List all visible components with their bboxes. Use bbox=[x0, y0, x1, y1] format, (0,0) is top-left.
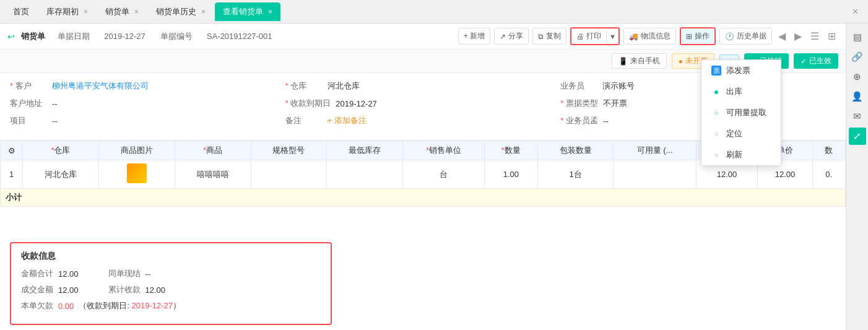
transaction-amount-value: 12.00 bbox=[58, 285, 79, 295]
tab-inventory[interactable]: 库存期初 × bbox=[38, 2, 96, 21]
dropdown-item-available[interactable]: ○ 可用量提取 bbox=[701, 102, 781, 123]
toolbar-right: + 新增 ↗ 分享 ⧉ 复制 🖨 打印 ▼ bbox=[458, 27, 838, 45]
tab-view-sales-label: 查看销货单 bbox=[223, 6, 263, 17]
dropdown-item-locate[interactable]: ○ 定位 bbox=[701, 123, 781, 144]
cumulative-payment-label: 累计收款 bbox=[108, 284, 141, 295]
history-button[interactable]: 🕐 历史单据 bbox=[719, 28, 772, 45]
address-label: 客户地址 bbox=[10, 98, 47, 109]
sidebar-icon-4[interactable]: 👤 bbox=[849, 88, 866, 105]
tab-sales-close[interactable]: × bbox=[134, 7, 139, 16]
tab-home[interactable]: 首页 bbox=[5, 2, 37, 21]
amount-header: 数 bbox=[812, 141, 845, 160]
dropdown-item-outbound[interactable]: ● 出库 bbox=[701, 81, 781, 102]
grid-view-icon[interactable]: ⊞ bbox=[825, 30, 838, 42]
main-toolbar: ↩ 销货单 单据日期 2019-12-27 单据编号 SA-20191227-0… bbox=[0, 24, 846, 50]
tab-sales-history-close[interactable]: × bbox=[201, 7, 206, 16]
number-value: SA-20191227-001 bbox=[207, 32, 272, 41]
operation-icon: ⊞ bbox=[686, 32, 692, 41]
transaction-amount-field: 成交金额 12.00 bbox=[21, 284, 79, 295]
payment-info-section: 收款信息 金额合计 12.00 同单现结 -- 成交金额 12.00 累计收款 bbox=[10, 242, 332, 325]
sidebar-icon-2[interactable]: 🔗 bbox=[849, 48, 866, 66]
doc-type-label: 销货单 bbox=[21, 31, 45, 42]
row-image bbox=[98, 160, 175, 189]
tab-inventory-close[interactable]: × bbox=[84, 7, 88, 16]
warehouse-value: 河北仓库 bbox=[328, 80, 360, 92]
locate-label: 定位 bbox=[726, 128, 742, 139]
row-pack-qty: 1台 bbox=[537, 160, 614, 189]
add-note-button[interactable]: 添加备注 bbox=[328, 115, 367, 126]
pack-qty-header: 包装数量 bbox=[537, 141, 614, 160]
due-date-note: （收款到期日: 2019-12-27） bbox=[79, 300, 181, 311]
nav-next-icon[interactable]: ▶ bbox=[792, 30, 804, 42]
project-value: -- bbox=[52, 116, 58, 126]
subtotal-label: 小计 bbox=[1, 189, 846, 207]
tab-sales[interactable]: 销货单 × bbox=[97, 2, 147, 21]
due-date-value: 2019-12-27 bbox=[132, 301, 173, 310]
print-button[interactable]: 🖨 打印 bbox=[571, 28, 606, 44]
share-icon: ↗ bbox=[500, 32, 506, 41]
nav-prev-icon[interactable]: ◀ bbox=[776, 30, 788, 42]
sidebar-icon-expand[interactable]: ⤢ bbox=[849, 128, 866, 145]
cumulative-payment-value: 12.00 bbox=[145, 285, 166, 295]
dropdown-item-refresh[interactable]: ○ 刷新 bbox=[701, 144, 781, 165]
payment-info-title: 收款信息 bbox=[21, 251, 321, 262]
tab-sales-history-label: 销货单历史 bbox=[156, 6, 196, 17]
effective-icon: ✓ bbox=[801, 57, 807, 66]
sidebar-icon-1[interactable]: ▤ bbox=[849, 28, 866, 46]
share-button[interactable]: ↗ 分享 bbox=[494, 28, 529, 45]
staff2-value: -- bbox=[603, 116, 609, 126]
payment-row-2: 成交金额 12.00 累计收款 12.00 bbox=[21, 284, 321, 295]
payment-row-1: 金额合计 12.00 同单现结 -- bbox=[21, 268, 321, 279]
row-amount: 0. bbox=[812, 160, 845, 189]
cumulative-payment-field: 累计收款 12.00 bbox=[108, 284, 166, 295]
payment-date-label: 收款到期日 bbox=[285, 98, 331, 109]
operation-button[interactable]: ⊞ 操作 bbox=[681, 28, 714, 44]
tab-sales-history[interactable]: 销货单历史 × bbox=[148, 2, 214, 21]
staff-value: 演示账号 bbox=[602, 80, 635, 92]
sidebar-icon-5[interactable]: ✉ bbox=[849, 108, 866, 125]
staff-field: 业务员 演示账号 bbox=[560, 80, 836, 92]
staff2-field: 业务员孟 -- bbox=[560, 115, 836, 126]
outbound-label: 出库 bbox=[726, 86, 742, 97]
customer-value[interactable]: 柳州粤港平安气体有限公司 bbox=[52, 80, 149, 92]
gear-header: ⚙ bbox=[1, 141, 23, 160]
customer-label: 客户 bbox=[10, 80, 47, 92]
invoice-type-value: 不开票 bbox=[603, 98, 627, 109]
new-button[interactable]: + 新增 bbox=[458, 28, 490, 45]
same-order-label: 同单现结 bbox=[108, 268, 141, 279]
from-phone-button[interactable]: 📱 来自手机 bbox=[612, 53, 667, 69]
list-view-icon[interactable]: ☰ bbox=[808, 30, 822, 42]
tab-view-sales[interactable]: 查看销货单 × bbox=[215, 2, 280, 21]
tab-view-sales-close[interactable]: × bbox=[268, 7, 272, 16]
quantity-header: *数量 bbox=[485, 141, 538, 160]
sidebar-icon-3[interactable]: ⊕ bbox=[849, 68, 866, 85]
total-amount-value: 12.00 bbox=[58, 269, 79, 279]
available-dropdown-icon: ○ bbox=[711, 108, 721, 118]
staff-label: 业务员 bbox=[560, 80, 597, 92]
note-label: 备注 bbox=[285, 115, 323, 126]
dropdown-item-invoice[interactable]: 票 添发票 bbox=[701, 60, 781, 81]
project-label: 项目 bbox=[10, 115, 47, 126]
spec-header: 规格型号 bbox=[251, 141, 327, 160]
warehouse-field: 仓库 河北仓库 bbox=[285, 80, 561, 92]
copy-button[interactable]: ⧉ 复制 bbox=[532, 28, 566, 45]
note-field: 备注 添加备注 bbox=[285, 115, 561, 126]
invoice-icon: ● bbox=[679, 57, 683, 66]
refresh-label: 刷新 bbox=[726, 149, 742, 160]
doc-icon: ↩ bbox=[7, 32, 15, 41]
invoice-type-field: 票据类型 不开票 bbox=[560, 98, 836, 109]
window-close-button[interactable]: × bbox=[848, 6, 863, 17]
print-icon: 🖨 bbox=[576, 32, 584, 41]
available-header: 可用量 (... bbox=[614, 141, 696, 160]
tab-bar: 首页 库存期初 × 销货单 × 销货单历史 × 查看销货单 × × bbox=[0, 0, 868, 24]
copy-icon: ⧉ bbox=[538, 32, 544, 41]
already-effective-button[interactable]: ✓ 已生效 bbox=[794, 53, 838, 69]
invoice-type-label: 票据类型 bbox=[560, 98, 598, 109]
total-amount-field: 金额合计 12.00 bbox=[21, 268, 79, 279]
refresh-dropdown-icon: ○ bbox=[711, 150, 721, 160]
print-dropdown-arrow[interactable]: ▼ bbox=[606, 30, 618, 43]
transaction-amount-label: 成交金额 bbox=[21, 284, 53, 295]
logistics-button[interactable]: 🚚 物流信息 bbox=[623, 28, 676, 45]
product-header: *商品 bbox=[175, 141, 251, 160]
min-stock-header: 最低库存 bbox=[327, 141, 403, 160]
